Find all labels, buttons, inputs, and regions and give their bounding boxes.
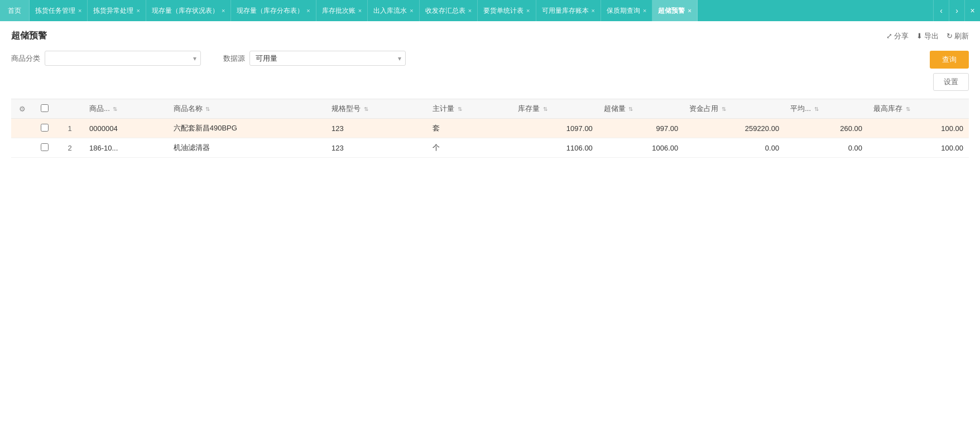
nav-pick-task[interactable]: 拣货任务管理 × bbox=[30, 0, 88, 21]
nav-arrows: ‹ › × bbox=[933, 0, 980, 21]
nav-home-label: 首页 bbox=[8, 6, 21, 16]
setting-button[interactable]: 设置 bbox=[933, 73, 969, 91]
filter-section: 商品分类 ▾ 数据源 可用量 库存量 bbox=[11, 51, 969, 91]
row-spec: 123 bbox=[326, 119, 427, 138]
refresh-icon: ↻ bbox=[947, 32, 953, 40]
nav-pick-exception-close[interactable]: × bbox=[136, 7, 140, 14]
nav-inventory-dist[interactable]: 现存量（库存分布表） × bbox=[231, 0, 316, 21]
datasource-label: 数据源 bbox=[223, 54, 245, 64]
filter-row-1: 商品分类 ▾ 数据源 可用量 库存量 bbox=[11, 51, 930, 66]
col-header-spec: 规格型号 ⇅ bbox=[326, 99, 427, 119]
nav-in-out-flow-close[interactable]: × bbox=[410, 7, 413, 14]
col-header-overstock: 超储量 ⇅ bbox=[598, 99, 684, 119]
nav-overstock-alert-close[interactable]: × bbox=[688, 7, 691, 14]
data-table: ⚙ 商品... ⇅ 商品名称 ⇅ 规格型号 bbox=[11, 99, 969, 158]
nav-shelf-life-close[interactable]: × bbox=[643, 7, 646, 14]
share-label: 分享 bbox=[894, 31, 909, 41]
nav-inventory-status[interactable]: 现存量（库存状况表） × bbox=[146, 0, 231, 21]
col-header-stock: 库存量 ⇅ bbox=[512, 99, 598, 119]
category-select[interactable] bbox=[45, 51, 201, 66]
row-stock: 1106.00 bbox=[512, 138, 598, 158]
category-label: 商品分类 bbox=[11, 54, 40, 64]
nav-batch-account-label: 库存批次账 bbox=[322, 6, 356, 16]
sort-product-name-icon[interactable]: ⇅ bbox=[205, 106, 210, 112]
col-header-product-name: 商品名称 ⇅ bbox=[168, 99, 326, 119]
nav-overstock-alert[interactable]: 超储预警 × bbox=[652, 0, 697, 21]
gear-icon[interactable]: ⚙ bbox=[19, 105, 26, 113]
row-gear bbox=[11, 119, 33, 138]
row-product-code: 0000004 bbox=[84, 119, 168, 138]
table-header: ⚙ 商品... ⇅ 商品名称 ⇅ 规格型号 bbox=[11, 99, 969, 119]
col-header-product-code: 商品... ⇅ bbox=[84, 99, 168, 119]
table-wrap: ⚙ 商品... ⇅ 商品名称 ⇅ 规格型号 bbox=[11, 99, 969, 158]
row-max-stock: 100.00 bbox=[868, 138, 969, 158]
col-header-gear: ⚙ bbox=[11, 99, 33, 119]
nav-inventory-status-close[interactable]: × bbox=[222, 7, 225, 14]
row-gear bbox=[11, 138, 33, 158]
export-icon: ⬇ bbox=[916, 32, 923, 40]
query-button[interactable]: 查询 bbox=[930, 51, 969, 69]
table-row: 2186-10...机油滤清器123个1106.001006.000.000.0… bbox=[11, 138, 969, 158]
row-check bbox=[33, 138, 56, 158]
refresh-label: 刷新 bbox=[954, 31, 969, 41]
top-nav: 首页 拣货任务管理 × 拣货异常处理 × 现存量（库存状况表） × 现存量（库存… bbox=[0, 0, 980, 21]
col-header-unit: 主计量 ⇅ bbox=[427, 99, 512, 119]
datasource-filter: 数据源 可用量 库存量 ▾ bbox=[223, 51, 406, 66]
sort-avg-icon[interactable]: ⇅ bbox=[814, 106, 819, 112]
nav-inventory-dist-close[interactable]: × bbox=[306, 7, 310, 14]
nav-order-stats[interactable]: 要货单统计表 × bbox=[478, 0, 536, 21]
nav-available-account[interactable]: 可用量库存账本 × bbox=[536, 0, 601, 21]
row-overstock: 997.00 bbox=[598, 119, 684, 138]
nav-order-stats-close[interactable]: × bbox=[526, 7, 530, 14]
page-content: 超储预警 ⤢ 分享 ⬇ 导出 ↻ 刷新 商品分类 bbox=[0, 21, 980, 446]
nav-more-button[interactable]: × bbox=[964, 0, 980, 21]
nav-next-button[interactable]: › bbox=[949, 0, 964, 21]
row-check bbox=[33, 119, 56, 138]
nav-recv-send-summary-close[interactable]: × bbox=[468, 7, 472, 14]
row-spec: 123 bbox=[326, 138, 427, 158]
nav-recv-send-summary-label: 收发存汇总表 bbox=[425, 6, 465, 16]
row-checkbox[interactable] bbox=[41, 124, 49, 132]
sort-spec-icon[interactable]: ⇅ bbox=[364, 106, 368, 112]
sort-stock-icon[interactable]: ⇅ bbox=[543, 106, 547, 112]
datasource-select[interactable]: 可用量 库存量 bbox=[249, 51, 406, 66]
sort-product-code-icon[interactable]: ⇅ bbox=[113, 106, 117, 112]
nav-batch-account[interactable]: 库存批次账 × bbox=[316, 0, 368, 21]
nav-recv-send-summary[interactable]: 收发存汇总表 × bbox=[420, 0, 478, 21]
row-overstock: 1006.00 bbox=[598, 138, 684, 158]
sort-overstock-icon[interactable]: ⇅ bbox=[628, 106, 633, 112]
nav-in-out-flow[interactable]: 出入库流水 × bbox=[368, 0, 419, 21]
nav-home[interactable]: 首页 bbox=[0, 0, 30, 21]
refresh-action[interactable]: ↻ 刷新 bbox=[947, 31, 969, 41]
table-row: 10000004六配套新昌490BPG123套1097.00997.002592… bbox=[11, 119, 969, 138]
row-max-stock: 100.00 bbox=[868, 119, 969, 138]
nav-shelf-life-label: 保质期查询 bbox=[607, 6, 640, 16]
nav-pick-exception-label: 拣货异常处理 bbox=[93, 6, 133, 16]
nav-shelf-life[interactable]: 保质期查询 × bbox=[601, 0, 652, 21]
row-product-code: 186-10... bbox=[84, 138, 168, 158]
row-checkbox[interactable] bbox=[41, 143, 49, 151]
row-product-name: 六配套新昌490BPG bbox=[168, 119, 326, 138]
row-no: 2 bbox=[56, 138, 84, 158]
nav-pick-exception[interactable]: 拣货异常处理 × bbox=[88, 0, 146, 21]
share-action[interactable]: ⤢ 分享 bbox=[886, 31, 909, 41]
nav-prev-button[interactable]: ‹ bbox=[933, 0, 949, 21]
export-action[interactable]: ⬇ 导出 bbox=[916, 31, 939, 41]
select-all-checkbox[interactable] bbox=[41, 104, 49, 112]
row-no: 1 bbox=[56, 119, 84, 138]
nav-in-out-flow-label: 出入库流水 bbox=[373, 6, 407, 16]
nav-inventory-status-label: 现存量（库存状况表） bbox=[152, 6, 219, 16]
col-header-avg: 平均... ⇅ bbox=[785, 99, 868, 119]
nav-available-account-close[interactable]: × bbox=[592, 7, 595, 14]
datasource-select-wrap: 可用量 库存量 ▾ bbox=[249, 51, 406, 66]
sort-unit-icon[interactable]: ⇅ bbox=[458, 106, 462, 112]
page-actions: ⤢ 分享 ⬇ 导出 ↻ 刷新 bbox=[886, 31, 969, 41]
row-product-name: 机油滤清器 bbox=[168, 138, 326, 158]
row-avg: 0.00 bbox=[785, 138, 868, 158]
nav-pick-task-close[interactable]: × bbox=[78, 7, 81, 14]
nav-batch-account-close[interactable]: × bbox=[358, 7, 362, 14]
sort-max-stock-icon[interactable]: ⇅ bbox=[906, 106, 910, 112]
sort-capital-icon[interactable]: ⇅ bbox=[722, 106, 726, 112]
row-unit: 套 bbox=[427, 119, 512, 138]
nav-overstock-alert-label: 超储预警 bbox=[658, 6, 685, 16]
